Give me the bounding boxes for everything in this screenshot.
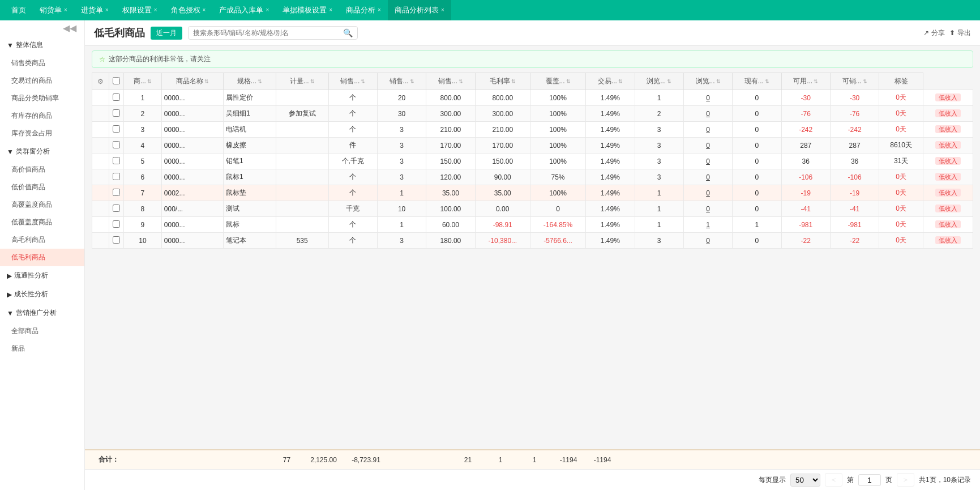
row-checkbox[interactable] (109, 233, 124, 249)
sidebar-item-high-margin[interactable]: 高毛利商品 (0, 231, 84, 249)
th-browse1[interactable]: 浏览...⇅ (635, 73, 683, 90)
sort-gross-icon[interactable]: ⇅ (511, 79, 516, 84)
row-select-checkbox[interactable] (113, 141, 120, 148)
nav-close-purchase[interactable]: × (105, 0, 109, 20)
th-unit[interactable]: 计量...⇅ (276, 73, 328, 90)
row-checkbox[interactable] (109, 169, 124, 185)
row-checkbox[interactable] (109, 90, 124, 106)
row-select-checkbox[interactable] (113, 204, 120, 212)
row-checkbox[interactable] (109, 122, 124, 138)
row-browse1[interactable]: 0 (683, 185, 732, 201)
th-gross-rate[interactable]: 毛利率⇅ (475, 73, 530, 90)
row-select-checkbox[interactable] (113, 173, 120, 180)
nav-product-analysis-list[interactable]: 商品分析列表 × (388, 0, 451, 20)
th-current-stock[interactable]: 现有...⇅ (733, 73, 781, 90)
nav-product-analysis[interactable]: 商品分析 × (339, 0, 388, 20)
th-name[interactable]: 商品名称⇅ (161, 73, 223, 90)
sidebar-item-category-rate[interactable]: 商品分类助销率 (0, 90, 84, 107)
th-spec[interactable]: 规格...⇅ (223, 73, 276, 90)
th-trade[interactable]: 交易...⇅ (586, 73, 635, 90)
sidebar-item-low-coverage[interactable]: 低覆盖度商品 (0, 214, 84, 231)
nav-purchase[interactable]: 进货单 × (74, 0, 115, 20)
row-checkbox[interactable] (109, 185, 124, 201)
sort-cover-icon[interactable]: ⇅ (566, 79, 571, 84)
sidebar-item-high-coverage[interactable]: 高覆盖度商品 (0, 196, 84, 214)
th-sales-price[interactable]: 销售...⇅ (377, 73, 426, 90)
row-checkbox[interactable] (109, 217, 124, 233)
sidebar-item-high-value[interactable]: 高价值商品 (0, 161, 84, 178)
row-select-checkbox[interactable] (113, 220, 120, 228)
row-select-checkbox[interactable] (113, 93, 120, 101)
sort-code-icon[interactable]: ⇅ (147, 79, 152, 84)
page-number-input[interactable] (858, 474, 881, 486)
sort-sellable-icon[interactable]: ⇅ (863, 79, 867, 84)
nav-close-product-analysis[interactable]: × (378, 0, 381, 20)
sidebar-group-cluster[interactable]: ▼ 类群窗分析 (0, 142, 84, 161)
row-select-checkbox[interactable] (113, 157, 120, 164)
sort-stock-icon[interactable]: ⇅ (765, 79, 769, 84)
sidebar-item-traded-goods[interactable]: 交易过的商品 (0, 72, 84, 90)
th-cover-rate[interactable]: 覆盖...⇅ (530, 73, 585, 90)
nav-template[interactable]: 单据模板设置 × (276, 0, 339, 20)
sidebar-item-stocked-goods[interactable]: 有库存的商品 (0, 107, 84, 125)
row-browse1[interactable]: 0 (683, 154, 732, 169)
sort-browse1-icon[interactable]: ⇅ (667, 79, 671, 84)
nav-close-permissions[interactable]: × (154, 0, 157, 20)
nav-close-product-inbound[interactable]: × (266, 0, 269, 20)
th-sales-qty[interactable]: 销售...⇅ (328, 73, 377, 90)
sort-salesprice-icon[interactable]: ⇅ (410, 79, 414, 84)
nav-close-template[interactable]: × (329, 0, 332, 20)
nav-permissions[interactable]: 权限设置 × (115, 0, 164, 20)
th-sales-amount[interactable]: 销售...⇅ (426, 73, 475, 90)
select-all-checkbox[interactable] (113, 77, 120, 84)
gear-icon[interactable]: ⚙ (97, 78, 104, 86)
table-container[interactable]: ⚙ 商...⇅ 商品名称⇅ 规格...⇅ (85, 73, 980, 449)
row-checkbox[interactable] (109, 201, 124, 217)
row-checkbox[interactable] (109, 154, 124, 169)
row-browse1[interactable]: 0 (683, 90, 732, 106)
th-browse2[interactable]: 浏览...⇅ (683, 73, 732, 90)
th-tag[interactable]: 标签 (879, 73, 923, 90)
sort-salesamt-icon[interactable]: ⇅ (459, 79, 463, 84)
search-icon[interactable]: 🔍 (343, 28, 353, 37)
nav-sales[interactable]: 销货单 × (33, 0, 74, 20)
row-browse1[interactable]: 0 (683, 169, 732, 185)
row-browse1[interactable]: 0 (683, 122, 732, 138)
sidebar-item-sales-goods[interactable]: 销售类商品 (0, 54, 84, 72)
row-select-checkbox[interactable] (113, 189, 120, 196)
nav-close-roles[interactable]: × (203, 0, 206, 20)
nav-home[interactable]: 首页 (5, 0, 33, 20)
row-checkbox[interactable] (109, 138, 124, 154)
export-button[interactable]: ⬆ 导出 (949, 28, 971, 38)
sidebar-group-marketing[interactable]: ▼ 营销推广分析 (0, 304, 84, 322)
sidebar-item-low-margin[interactable]: 低毛利商品 (0, 249, 84, 266)
row-browse1[interactable]: 0 (683, 233, 732, 249)
next-page-button[interactable]: ＞ (897, 473, 914, 487)
sort-available-icon[interactable]: ⇅ (814, 79, 818, 84)
row-select-checkbox[interactable] (113, 109, 120, 117)
sidebar-group-circulation[interactable]: ▶ 流通性分析 (0, 266, 84, 285)
th-checkbox[interactable] (109, 73, 124, 90)
sort-browse2-icon[interactable]: ⇅ (716, 79, 721, 84)
row-select-checkbox[interactable] (113, 125, 120, 133)
search-input[interactable] (193, 29, 343, 37)
nav-roles[interactable]: 角色授权 × (164, 0, 213, 20)
sidebar-item-new-goods[interactable]: 新品 (0, 340, 84, 357)
th-settings[interactable]: ⚙ (92, 73, 109, 90)
sidebar-item-low-value[interactable]: 低价值商品 (0, 178, 84, 196)
nav-close-product-analysis-list[interactable]: × (441, 0, 444, 20)
th-code[interactable]: 商...⇅ (124, 73, 162, 90)
row-browse1[interactable]: 1 (683, 217, 732, 233)
sidebar-item-inventory-capital[interactable]: 库存资金占用 (0, 125, 84, 142)
page-size-select[interactable]: 50 100 200 (790, 474, 820, 487)
sort-salesqty-icon[interactable]: ⇅ (361, 79, 365, 84)
sidebar-group-overall[interactable]: ▼ 整体信息 (0, 36, 84, 54)
nav-close-sales[interactable]: × (64, 0, 67, 20)
th-available[interactable]: 可用...⇅ (781, 73, 830, 90)
sort-trade-icon[interactable]: ⇅ (618, 79, 623, 84)
date-filter-button[interactable]: 近一月 (151, 27, 182, 40)
sidebar-collapse-btn[interactable]: ◀◀ (63, 23, 76, 33)
sort-unit-icon[interactable]: ⇅ (310, 79, 315, 84)
sidebar-item-all-goods[interactable]: 全部商品 (0, 322, 84, 340)
sort-name-icon[interactable]: ⇅ (204, 79, 209, 84)
